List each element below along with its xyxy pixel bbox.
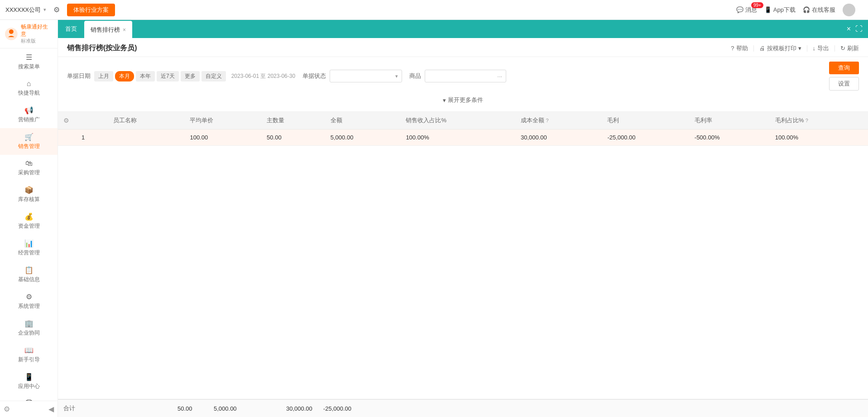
tab-bar-maximize-icon[interactable]: ⛶	[855, 25, 863, 33]
th-settings: ⚙	[58, 112, 76, 129]
sidebar-item-guide[interactable]: 📖 新手引导	[0, 341, 58, 368]
sidebar-label-enterprise: 企业协同	[18, 329, 40, 337]
td-total: 5,000.00	[325, 129, 401, 146]
avatar[interactable]	[843, 4, 855, 16]
sidebar-label-search-order: 搜索菜单	[18, 63, 40, 71]
date-filter: 单据日期 上月 本月 本年 近7天 更多 自定义 2023-06-01 至 20…	[67, 71, 295, 81]
print-icon: 🖨	[759, 45, 765, 52]
logo-text: 畅康通好生意	[21, 24, 53, 38]
logo-area: 畅康通好生意 标准版	[0, 20, 58, 48]
app-center-icon: 📱	[24, 373, 34, 381]
tab-sales-ranking-label: 销售排行榜	[91, 26, 120, 34]
th-employee: 员工名称	[108, 112, 185, 129]
finance-icon: 💰	[24, 212, 34, 221]
goods-more-icon[interactable]: ···	[497, 73, 502, 80]
message-badge: 99+	[751, 2, 763, 8]
tab-close-icon[interactable]: ×	[123, 27, 126, 33]
query-button[interactable]: 查询	[829, 62, 859, 74]
goods-label: 商品	[409, 72, 421, 80]
export-button[interactable]: ↓ 导出	[813, 44, 830, 53]
sidebar-nav: ☰ 搜索菜单 ⌂ 快捷导航 📢 营销推广 🛒 销售管理 🛍 采购管理	[0, 48, 58, 401]
help-icon: ?	[731, 45, 734, 52]
status-select[interactable]: ▾	[330, 70, 402, 82]
expand-button[interactable]: ▾ 展开更多条件	[443, 96, 483, 104]
th-profit-rate: 毛利率	[689, 112, 770, 129]
online-service-button[interactable]: 🎧 在线客服	[803, 6, 835, 14]
cost-help-icon[interactable]: ?	[546, 118, 549, 123]
th-avg-price: 平均单价	[184, 112, 261, 129]
sidebar-label-basic-info: 基础信息	[18, 276, 40, 283]
table-row: 1 100.00 50.00 5,000.00 100.00% 30,000.0…	[58, 129, 868, 146]
sidebar-item-app-center[interactable]: 📱 应用中心	[0, 368, 58, 395]
td-rank: 1	[76, 129, 108, 146]
app-download-button[interactable]: 📱 App下载	[764, 6, 796, 14]
expand-label: 展开更多条件	[448, 96, 483, 104]
th-profit-pct: 毛利占比% ?	[770, 112, 868, 129]
sidebar-item-marketing[interactable]: 📢 营销推广	[0, 101, 58, 128]
print-dropdown-icon: ▾	[798, 45, 801, 52]
message-button[interactable]: 💬 消息 99+	[736, 6, 757, 14]
svg-point-1	[9, 29, 14, 34]
th-rank	[76, 112, 108, 129]
status-filter: 单据状态 ▾	[302, 70, 402, 82]
sidebar-item-wechat[interactable]: 💬 企业微信	[0, 395, 58, 401]
sidebar-label-inventory: 库存核算	[18, 196, 40, 203]
column-settings-icon[interactable]: ⚙	[63, 117, 69, 124]
profit-pct-help-icon[interactable]: ?	[806, 118, 808, 123]
sidebar-item-inventory[interactable]: 📦 库存核算	[0, 181, 58, 208]
sidebar-item-search-order[interactable]: ☰ 搜索菜单	[0, 48, 58, 75]
company-settings-icon[interactable]: ⚙	[50, 3, 63, 17]
marketing-icon: 📢	[24, 106, 34, 115]
prev-month-btn[interactable]: 上月	[94, 71, 113, 81]
sidebar-settings-icon[interactable]: ⚙	[4, 405, 10, 413]
footer-main-qty: 50.00	[172, 405, 208, 412]
td-profit: -25,000.00	[602, 129, 689, 146]
company-dropdown-icon: ▾	[43, 7, 46, 13]
last7days-btn[interactable]: 近7天	[157, 71, 179, 81]
sidebar-item-basic-info[interactable]: 📋 基础信息	[0, 261, 58, 288]
this-month-btn[interactable]: 本月	[115, 71, 134, 81]
search-menu-icon: ☰	[26, 53, 32, 62]
home-icon: ⌂	[27, 80, 31, 88]
sidebar-collapse-icon[interactable]: ◀	[48, 405, 54, 413]
footer-total: 5,000.00	[208, 405, 245, 412]
sidebar-item-system[interactable]: ⚙ 系统管理	[0, 288, 58, 315]
sidebar-label-app-center: 应用中心	[18, 383, 40, 390]
footer-label: 合计	[63, 404, 100, 412]
th-sales-pct: 销售收入占比%	[400, 112, 515, 129]
footer-profit-pct	[393, 405, 429, 412]
template-print-button[interactable]: 🖨 按模板打印 ▾	[759, 44, 801, 53]
sidebar-label-guide: 新手引导	[18, 356, 40, 364]
sidebar-item-sales[interactable]: 🛒 销售管理	[0, 128, 58, 155]
more-date-btn[interactable]: 更多	[181, 71, 200, 81]
goods-input[interactable]: ···	[425, 70, 506, 82]
help-button[interactable]: ? 帮助	[731, 44, 748, 53]
sidebar-item-finance[interactable]: 💰 资金管理	[0, 208, 58, 235]
footer-employee	[100, 405, 136, 412]
company-selector[interactable]: XXXXXX公司 ▾	[5, 6, 46, 14]
footer-profit-rate	[357, 405, 393, 412]
refresh-button[interactable]: ↻ 刷新	[840, 44, 859, 53]
settings-button[interactable]: 设置	[829, 77, 859, 91]
sidebar-item-enterprise[interactable]: 🏢 企业协同	[0, 315, 58, 341]
date-range: 2023-06-01 至 2023-06-30	[231, 72, 295, 80]
sidebar-item-operations[interactable]: 📊 经营管理	[0, 235, 58, 261]
divider3	[834, 45, 835, 52]
trial-button[interactable]: 体验行业方案	[67, 4, 115, 16]
custom-date-btn[interactable]: 自定义	[201, 71, 226, 81]
td-row-settings	[58, 129, 76, 146]
tab-home[interactable]: 首页	[58, 20, 84, 38]
message-icon: 💬	[736, 6, 743, 13]
this-year-btn[interactable]: 本年	[136, 71, 155, 81]
tab-bar-close-icon[interactable]: ×	[847, 25, 851, 33]
sidebar-label-operations: 经营管理	[18, 249, 40, 257]
td-profit-rate: -500.00%	[689, 129, 770, 146]
enterprise-icon: 🏢	[24, 319, 34, 328]
date-label: 单据日期	[67, 72, 91, 80]
status-select-arrow: ▾	[395, 73, 398, 79]
sidebar-label-finance: 资金管理	[18, 222, 40, 230]
tab-sales-ranking[interactable]: 销售排行榜 ×	[84, 21, 132, 39]
sidebar-item-purchase[interactable]: 🛍 采购管理	[0, 155, 58, 181]
sidebar-item-quick-nav[interactable]: ⌂ 快捷导航	[0, 75, 58, 101]
export-icon: ↓	[813, 45, 816, 52]
